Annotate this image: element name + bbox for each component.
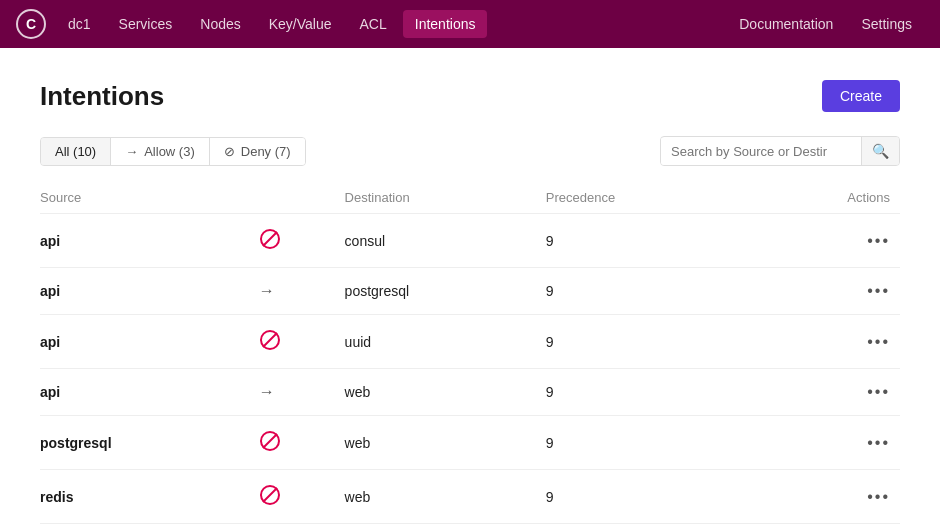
cell-destination: uuid <box>345 315 546 369</box>
nav-nodes[interactable]: Nodes <box>188 10 252 38</box>
page-title: Intentions <box>40 81 164 112</box>
cell-actions[interactable]: ••• <box>759 268 900 315</box>
cell-action-icon: → <box>259 524 345 529</box>
deny-svg <box>259 430 281 452</box>
deny-icon <box>259 439 281 455</box>
cell-precedence: 9 <box>546 369 759 416</box>
cell-source: web <box>40 524 259 529</box>
filter-bar: All (10) → Allow (3) ⊘ Deny (7) 🔍 <box>40 136 900 166</box>
deny-icon <box>259 493 281 509</box>
filter-deny[interactable]: ⊘ Deny (7) <box>210 138 305 165</box>
deny-svg <box>259 228 281 250</box>
table-row: api consul9••• <box>40 214 900 268</box>
cell-actions[interactable]: ••• <box>759 214 900 268</box>
nav-dc[interactable]: dc1 <box>56 10 103 38</box>
table-row: api→web9••• <box>40 369 900 416</box>
nav-right: Documentation Settings <box>727 10 924 38</box>
cell-precedence: 9 <box>546 470 759 524</box>
cell-destination: postgresql <box>345 268 546 315</box>
table-row: redis web9••• <box>40 470 900 524</box>
cell-precedence: 9 <box>546 268 759 315</box>
deny-icon <box>259 338 281 354</box>
col-precedence: Precedence <box>546 182 759 214</box>
cell-source: api <box>40 369 259 416</box>
deny-svg <box>259 484 281 506</box>
filter-deny-label: Deny (7) <box>241 144 291 159</box>
nav-keyvalue[interactable]: Key/Value <box>257 10 344 38</box>
cell-precedence: 9 <box>546 315 759 369</box>
nav-left: dc1 Services Nodes Key/Value ACL Intenti… <box>56 10 727 38</box>
navbar: C dc1 Services Nodes Key/Value ACL Inten… <box>0 0 940 48</box>
filter-allow-label: Allow (3) <box>144 144 195 159</box>
cell-action-icon <box>259 416 345 470</box>
col-action-icon <box>259 182 345 214</box>
cell-precedence: 9 <box>546 214 759 268</box>
deny-svg <box>259 329 281 351</box>
search-icon: 🔍 <box>872 143 889 159</box>
cell-action-icon <box>259 470 345 524</box>
allow-icon: → <box>259 282 275 299</box>
cell-precedence: 9 <box>546 416 759 470</box>
source-value: api <box>40 233 60 249</box>
app-logo: C <box>16 9 46 39</box>
actions-menu-button[interactable]: ••• <box>867 383 890 400</box>
search-box: 🔍 <box>660 136 900 166</box>
allow-icon: → <box>125 144 138 159</box>
actions-menu-button[interactable]: ••• <box>867 232 890 249</box>
table-row: api→postgresql9••• <box>40 268 900 315</box>
col-destination: Destination <box>345 182 546 214</box>
source-value: postgresql <box>40 435 112 451</box>
search-input[interactable] <box>661 138 861 165</box>
cell-source: redis <box>40 470 259 524</box>
table-row: api uuid9••• <box>40 315 900 369</box>
col-source: Source <box>40 182 259 214</box>
cell-action-icon <box>259 214 345 268</box>
deny-icon <box>259 237 281 253</box>
page-header: Intentions Create <box>40 80 900 112</box>
svg-line-7 <box>263 488 277 502</box>
intentions-table: Source Destination Precedence Actions ap… <box>40 182 900 528</box>
deny-filter-icon: ⊘ <box>224 144 235 159</box>
main-content: Intentions Create All (10) → Allow (3) ⊘… <box>0 48 940 528</box>
nav-acl[interactable]: ACL <box>348 10 399 38</box>
svg-line-3 <box>263 333 277 347</box>
cell-actions[interactable]: ••• <box>759 315 900 369</box>
filter-allow[interactable]: → Allow (3) <box>111 138 210 165</box>
search-button[interactable]: 🔍 <box>861 137 899 165</box>
table-body: api consul9•••api→postgresql9•••api uuid… <box>40 214 900 529</box>
cell-destination: consul <box>345 214 546 268</box>
source-value: api <box>40 283 60 299</box>
cell-actions[interactable]: ••• <box>759 524 900 529</box>
create-button[interactable]: Create <box>822 80 900 112</box>
allow-icon: → <box>259 383 275 400</box>
nav-settings[interactable]: Settings <box>849 10 924 38</box>
cell-source: postgresql <box>40 416 259 470</box>
table-row: web→api9••• <box>40 524 900 529</box>
actions-menu-button[interactable]: ••• <box>867 488 890 505</box>
cell-action-icon: → <box>259 268 345 315</box>
actions-menu-button[interactable]: ••• <box>867 434 890 451</box>
actions-menu-button[interactable]: ••• <box>867 282 890 299</box>
cell-actions[interactable]: ••• <box>759 369 900 416</box>
source-value: api <box>40 384 60 400</box>
nav-documentation[interactable]: Documentation <box>727 10 845 38</box>
table-head: Source Destination Precedence Actions <box>40 182 900 214</box>
col-actions: Actions <box>759 182 900 214</box>
cell-action-icon: → <box>259 369 345 416</box>
cell-destination: web <box>345 369 546 416</box>
nav-services[interactable]: Services <box>107 10 185 38</box>
cell-destination: web <box>345 416 546 470</box>
cell-action-icon <box>259 315 345 369</box>
table-row: postgresql web9••• <box>40 416 900 470</box>
filter-all-label: All (10) <box>55 144 96 159</box>
cell-actions[interactable]: ••• <box>759 470 900 524</box>
nav-intentions[interactable]: Intentions <box>403 10 488 38</box>
cell-destination: web <box>345 470 546 524</box>
cell-actions[interactable]: ••• <box>759 416 900 470</box>
filter-tabs: All (10) → Allow (3) ⊘ Deny (7) <box>40 137 306 166</box>
cell-source: api <box>40 214 259 268</box>
source-value: redis <box>40 489 73 505</box>
actions-menu-button[interactable]: ••• <box>867 333 890 350</box>
cell-source: api <box>40 268 259 315</box>
filter-all[interactable]: All (10) <box>41 138 111 165</box>
